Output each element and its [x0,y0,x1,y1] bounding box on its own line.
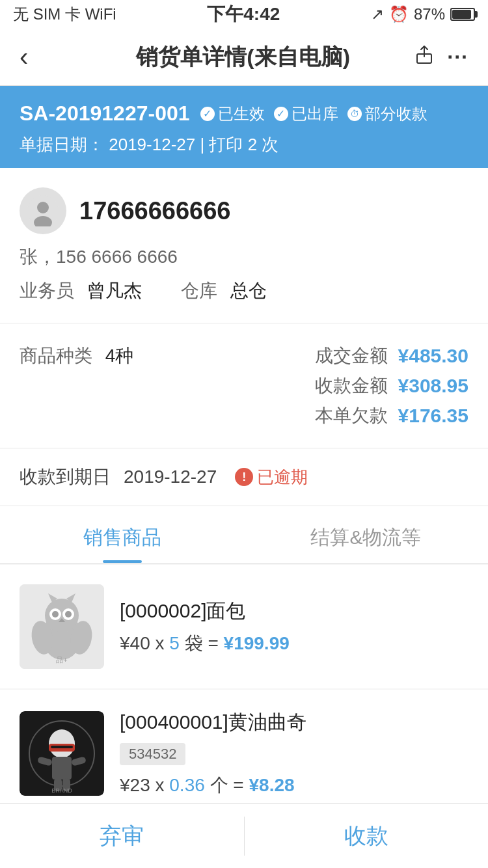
product-2-name: [000400001]黄油曲奇 [120,709,468,736]
status-bar-time: 下午4:42 [207,2,280,27]
badge-shipped: ✓ 已出库 [274,103,338,124]
warehouse-label: 仓库 [181,280,217,301]
svg-text:BRAND: BRAND [51,787,72,794]
staff-name: 曾凡杰 [87,280,142,301]
svg-point-9 [52,611,59,617]
due-date-value: 2019-12-27 [124,467,217,487]
owe-row: 本单欠款 ¥176.35 [315,403,468,428]
date-value: 2019-12-27 [109,135,195,154]
owe-value: ¥176.35 [398,405,468,427]
product-1-thumb: 品+ [20,584,104,669]
nav-bar-left: ‹ [20,42,72,72]
svg-point-10 [65,611,72,617]
date-separator: | [200,135,209,154]
customer-meta: 业务员 曾凡杰 仓库 总仓 [20,278,468,303]
product-2-total: ¥8.28 [249,775,294,795]
svg-rect-21 [51,746,73,748]
tab-sales-products-label: 销售商品 [83,526,161,548]
product-1-multiply: x [156,633,170,653]
badge-shipped-text: 已出库 [291,103,338,124]
badge-partial-text: 部分收款 [365,103,427,124]
order-header: SA-20191227-001 ✓ 已生效 ✓ 已出库 ⏱ 部分收款 单据日期：… [0,86,488,168]
customer-row1: 17666666666 [20,187,468,234]
battery-text: 87% [414,5,445,23]
order-header-date: 单据日期： 2019-12-27 | 打印 2 次 [20,133,468,156]
warehouse-info: 仓库 总仓 [181,278,267,303]
product-2-unit: 个 [210,775,228,795]
status-bar-left: 无 SIM 卡 WiFi [13,4,116,25]
order-id: SA-20191227-001 [20,102,190,126]
badge-effective-text: 已生效 [218,103,265,124]
amount-value: ¥485.30 [398,345,468,367]
overdue-badge: ! 已逾期 [235,466,308,489]
clock-icon: ⏱ [347,107,362,121]
status-bar: 无 SIM 卡 WiFi 下午4:42 ↗ ⏰ 87% [0,0,488,29]
product-2-price: ¥23 x 0.36 个 = ¥8.28 [120,773,468,798]
status-bar-right: ↗ ⏰ 87% [371,5,475,23]
product-2-equals: = [233,775,249,795]
overdue-text: 已逾期 [257,466,308,489]
due-label: 收款到期日 [20,465,111,489]
location-icon: ↗ [371,5,384,23]
product-2-price-unit: ¥23 [120,775,150,795]
print-info: 打印 2 次 [209,135,278,154]
check-icon-1: ✓ [200,107,215,121]
tab-settlement-label: 结算&物流等 [310,526,421,548]
badge-effective: ✓ 已生效 [200,103,265,124]
product-item: BRAND [000400001]黄油曲奇 534532 ¥23 x 0.36 … [0,690,488,817]
amount-row: 成交金额 ¥485.30 [315,344,468,368]
svg-point-2 [37,202,49,213]
svg-rect-22 [52,757,72,780]
product-1-name: [0000002]面包 [120,598,468,625]
product-1-price: ¥40 x 5 袋 = ¥199.99 [120,631,468,656]
tab-sales-products[interactable]: 销售商品 [0,506,244,563]
due-card: 收款到期日 2019-12-27 ! 已逾期 [0,449,488,505]
product-2-multiply: x [156,775,170,795]
product-2-tag: 534532 [120,743,185,765]
product-1-equals: = [208,633,223,653]
no-sim-text: 无 SIM 卡 WiFi [13,4,116,25]
customer-phone: 17666666666 [79,197,230,225]
battery-icon [450,8,475,21]
customer-card: 17666666666 张，156 6666 6666 业务员 曾凡杰 仓库 总… [0,168,488,323]
share-button[interactable] [414,45,434,69]
product-2-thumb: BRAND [20,711,104,796]
date-label: 单据日期： [20,135,104,154]
received-row: 收款金额 ¥308.95 [315,373,468,398]
amount-label: 成交金额 [315,344,388,368]
page-title: 销货单详情(来自电脑) [136,42,350,72]
owe-label: 本单欠款 [315,403,388,428]
bottom-bar: 弃审 收款 [0,803,488,868]
received-value: ¥308.95 [398,375,468,397]
collect-payment-button[interactable]: 收款 [245,808,489,864]
badge-partial: ⏱ 部分收款 [347,103,427,124]
nav-bar: ‹ 销货单详情(来自电脑) ··· [0,29,488,86]
product-1-price-unit: ¥40 [120,633,150,653]
product-1-unit: 袋 [185,633,203,653]
product-1-qty: 5 [169,633,180,653]
reject-button[interactable]: 弃审 [0,808,244,864]
more-button[interactable]: ··· [447,45,468,69]
check-icon-2: ✓ [274,107,288,121]
order-badges: ✓ 已生效 ✓ 已出库 ⏱ 部分收款 [200,103,427,124]
warehouse-name: 总仓 [230,280,267,301]
customer-name-detail: 张，156 6666 6666 [20,245,468,269]
stats-right: 成交金额 ¥485.30 收款金额 ¥308.95 本单欠款 ¥176.35 [315,344,468,428]
back-button[interactable]: ‹ [20,42,28,72]
customer-avatar [20,187,66,234]
overdue-icon: ! [235,468,253,486]
product-1-total: ¥199.99 [224,633,290,653]
product-type-label: 商品种类 [20,346,92,366]
tabs: 销售商品 结算&物流等 [0,506,488,563]
stats-card: 商品种类 4种 成交金额 ¥485.30 收款金额 ¥308.95 本单欠款 ¥… [0,324,488,448]
nav-bar-right: ··· [414,45,468,69]
alarm-icon: ⏰ [389,5,409,23]
product-1-info: [0000002]面包 ¥40 x 5 袋 = ¥199.99 [120,598,468,656]
product-2-qty: 0.36 [169,775,205,795]
staff-label: 业务员 [20,280,74,301]
product-type-value: 4种 [105,346,134,366]
tab-settlement[interactable]: 结算&物流等 [244,506,488,563]
order-header-row1: SA-20191227-001 ✓ 已生效 ✓ 已出库 ⏱ 部分收款 [20,102,468,126]
received-label: 收款金额 [315,373,388,398]
stats-left: 商品种类 4种 [20,344,133,371]
